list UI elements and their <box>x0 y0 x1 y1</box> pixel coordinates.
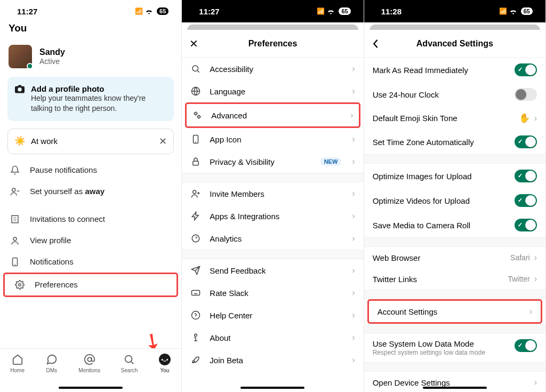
chevron-right-icon: › <box>352 355 355 365</box>
back-button[interactable] <box>372 39 379 49</box>
menu-invitations[interactable]: Invitations to connect <box>0 209 181 230</box>
row-web-browser[interactable]: Web BrowserSafari› <box>364 247 545 268</box>
chevron-right-icon: › <box>352 234 355 243</box>
bolt-icon <box>190 211 201 221</box>
pref-row-apps-integrations[interactable]: Apps & Integrations› <box>182 205 363 227</box>
svg-point-16 <box>192 311 200 319</box>
svg-point-5 <box>87 357 91 361</box>
status-time: 11:28 <box>381 7 402 16</box>
pref-row-analytics[interactable]: Analytics› <box>182 227 363 250</box>
tab-you[interactable]: •ᴗ• You <box>158 353 171 392</box>
chevron-right-icon: › <box>352 189 355 198</box>
chevron-right-icon: › <box>352 134 355 144</box>
status-right: 📶 65 <box>317 7 350 15</box>
tab-dms[interactable]: DMs <box>45 353 58 392</box>
profile-row[interactable]: Sandy Active <box>0 39 181 75</box>
pref-row-advanced[interactable]: Advanced› <box>187 104 358 126</box>
person-plus-icon <box>190 189 201 198</box>
pref-row-send-feedback[interactable]: Send Feedback› <box>182 259 363 282</box>
clear-status-button[interactable]: ✕ <box>159 135 167 147</box>
bell-off-icon <box>10 165 20 175</box>
profile-name: Sandy <box>39 47 65 57</box>
row-label: App Icon <box>210 135 343 144</box>
pref-row-app-icon[interactable]: App Icon› <box>182 128 363 150</box>
wifi-icon <box>145 9 153 14</box>
keyboard-icon <box>190 288 201 298</box>
menu-pause-notifications[interactable]: Pause notifications <box>0 159 181 181</box>
row-account-settings[interactable]: Account Settings› <box>369 301 541 322</box>
row-save-media[interactable]: Save Media to Camera Roll✓ <box>364 213 545 237</box>
account-settings-highlight: Account Settings› <box>367 299 542 324</box>
toggle[interactable]: ✓ <box>515 219 537 231</box>
menu-label: View profile <box>30 236 71 245</box>
chevron-right-icon: › <box>352 266 355 275</box>
signal-icon: 📶 <box>135 7 143 15</box>
add-photo-banner[interactable]: Add a profile photo Help your teammates … <box>7 77 174 121</box>
pref-row-privacy-visibility[interactable]: Privacy & VisibilityNEW› <box>182 150 363 173</box>
pref-row-language[interactable]: Language› <box>182 80 363 102</box>
pref-row-invite-members[interactable]: Invite Members› <box>182 182 363 205</box>
pref-row-accessibility[interactable]: Accessibility› <box>182 58 363 80</box>
chevron-right-icon: › <box>352 86 355 96</box>
row-label: Accessibility <box>210 65 343 74</box>
status-box[interactable]: ☀️ At work ✕ <box>7 129 174 154</box>
row-twitter-links[interactable]: Twitter LinksTwitter› <box>364 268 545 290</box>
panel-advanced-settings: 11:28 📶 65 Advanced Settings Mark As Rea… <box>364 0 546 392</box>
sheet-title: Advanced Settings <box>416 39 493 49</box>
row-24hour-clock[interactable]: Use 24-hour Clock <box>364 82 545 107</box>
pref-row-join-beta[interactable]: Join Beta› <box>182 349 363 371</box>
row-label: Advanced <box>211 111 342 120</box>
row-optimize-videos[interactable]: Optimize Videos for Upload✓ <box>364 188 545 213</box>
you-icon: •ᴗ• <box>158 353 171 366</box>
advanced-highlight: Advanced› <box>185 102 360 128</box>
status-right: 📶 65 <box>135 7 168 15</box>
home-indicator <box>59 387 123 389</box>
toggle[interactable]: ✓ <box>515 135 537 148</box>
pref-row-rate-slack[interactable]: Rate Slack› <box>182 282 363 304</box>
menu-label: Set yourself as away <box>30 187 105 196</box>
row-emoji-tone[interactable]: Default Emoji Skin Tone✋› <box>364 107 545 130</box>
menu-label: Invitations to connect <box>30 214 105 223</box>
phone-icon <box>190 134 201 144</box>
sheet-header: Advanced Settings <box>364 30 545 58</box>
toggle[interactable]: ✓ <box>515 170 537 182</box>
gears-icon <box>192 110 203 120</box>
row-timezone-auto[interactable]: Set Time Zone Automatically✓ <box>364 130 545 154</box>
row-label: Send Feedback <box>210 266 343 275</box>
page-title: You <box>9 22 173 34</box>
chat-icon <box>45 353 58 366</box>
svg-rect-15 <box>192 291 200 295</box>
chevron-right-icon: › <box>534 378 537 387</box>
chevron-right-icon: › <box>352 288 355 298</box>
toggle[interactable] <box>515 88 537 101</box>
menu-notifications[interactable]: Notifications <box>0 251 181 273</box>
preferences-list: Accessibility›Language›Advanced›App Icon… <box>182 58 363 392</box>
menu-view-profile[interactable]: View profile <box>0 230 181 251</box>
tab-search[interactable]: Search <box>121 353 138 392</box>
toggle[interactable]: ✓ <box>515 194 537 207</box>
close-button[interactable]: ✕ <box>189 37 198 50</box>
row-mark-read[interactable]: Mark As Read Immediately✓ <box>364 58 545 82</box>
row-low-data-mode[interactable]: Use System Low Data Mode Respect system … <box>364 333 545 362</box>
row-device-settings[interactable]: Open Device Settings› <box>364 372 545 392</box>
status-time: 11:27 <box>199 7 219 16</box>
row-label: Help Center <box>210 311 343 320</box>
tab-home[interactable]: Home <box>10 353 25 392</box>
svg-point-9 <box>195 113 197 115</box>
svg-point-2 <box>13 237 17 241</box>
at-icon <box>83 353 96 366</box>
menu-set-away[interactable]: Set yourself as away <box>0 181 181 202</box>
info-icon <box>190 333 201 342</box>
row-optimize-images[interactable]: Optimize Images for Upload✓ <box>364 164 545 188</box>
pref-row-about[interactable]: About› <box>182 326 363 349</box>
pref-row-help-center[interactable]: Help Center› <box>182 304 363 326</box>
menu-label: Pause notifications <box>30 165 97 174</box>
toggle[interactable]: ✓ <box>515 63 537 76</box>
menu-preferences[interactable]: Preferences <box>5 274 176 295</box>
toggle[interactable]: ✓ <box>515 339 537 352</box>
row-label: Language <box>210 87 343 96</box>
gauge-icon <box>190 234 201 243</box>
chevron-right-icon: › <box>534 114 537 123</box>
row-label: Privacy & Visibility <box>210 157 311 166</box>
profile-icon <box>10 236 20 245</box>
